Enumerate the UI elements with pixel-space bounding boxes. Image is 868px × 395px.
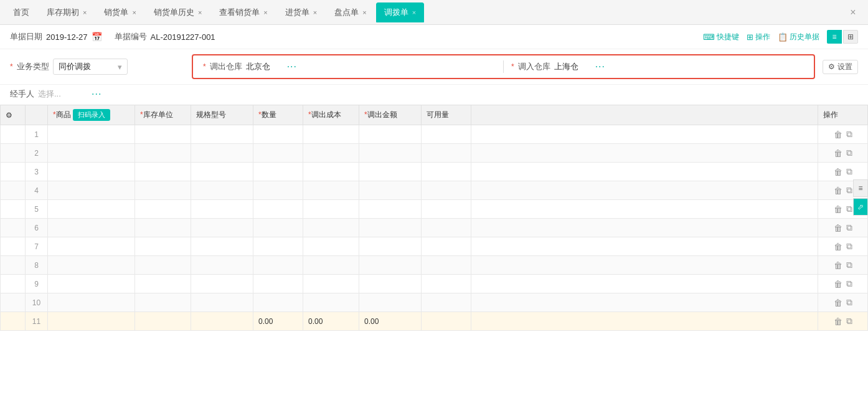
row-spec-4[interactable] xyxy=(191,181,253,200)
row-unit-10[interactable] xyxy=(135,293,191,312)
row-amount-4[interactable] xyxy=(359,181,422,200)
row-spec-10[interactable] xyxy=(191,293,253,312)
row-goods-5[interactable] xyxy=(48,200,135,219)
row-unit-1[interactable] xyxy=(135,125,191,144)
delete-icon-5[interactable]: 🗑 xyxy=(834,204,842,214)
row-unit-4[interactable] xyxy=(135,181,191,200)
copy-icon-2[interactable]: ⧉ xyxy=(846,148,852,158)
shortcut-key-button[interactable]: ⌨ 快捷键 xyxy=(703,32,739,42)
row-spec-1[interactable] xyxy=(191,125,253,144)
row-cost-8[interactable] xyxy=(303,256,359,275)
copy-icon-9[interactable]: ⧉ xyxy=(846,278,852,289)
row-goods-10[interactable] xyxy=(48,293,135,312)
row-gear-5[interactable] xyxy=(1,200,26,219)
history-button[interactable]: 📋 历史单据 xyxy=(778,32,819,42)
row-goods-4[interactable] xyxy=(48,181,135,200)
row-spec-7[interactable] xyxy=(191,237,253,256)
handler-more-icon[interactable]: ··· xyxy=(92,88,101,100)
row-unit-8[interactable] xyxy=(135,256,191,275)
row-spec-9[interactable] xyxy=(191,275,253,293)
row-gear-10[interactable] xyxy=(1,293,26,312)
transfer-in-more-icon[interactable]: ··· xyxy=(595,61,605,72)
delete-icon-4[interactable]: 🗑 xyxy=(834,186,842,196)
row-amount-1[interactable] xyxy=(359,125,422,144)
copy-icon-1[interactable]: ⧉ xyxy=(846,129,852,140)
delete-icon-11[interactable]: 🗑 xyxy=(834,316,842,326)
row-gear-8[interactable] xyxy=(1,256,26,275)
row-unit-3[interactable] xyxy=(135,163,191,181)
calendar-icon[interactable]: 📅 xyxy=(92,32,102,42)
delete-icon-2[interactable]: 🗑 xyxy=(834,148,842,158)
transfer-out-value[interactable]: 北京仓 xyxy=(246,61,283,72)
settings-button[interactable]: ⚙ 设置 xyxy=(823,60,858,74)
copy-icon-7[interactable]: ⧉ xyxy=(846,241,852,252)
delete-icon-3[interactable]: 🗑 xyxy=(834,167,842,177)
row-amount-8[interactable] xyxy=(359,256,422,275)
float-expand-button[interactable]: ⬀ xyxy=(853,198,868,216)
delete-icon-9[interactable]: 🗑 xyxy=(834,279,842,289)
row-goods-3[interactable] xyxy=(48,163,135,181)
tab-inventory-init-close[interactable]: × xyxy=(83,9,87,16)
row-cost-2[interactable] xyxy=(303,144,359,163)
row-cost-6[interactable] xyxy=(303,219,359,237)
tab-view-sales-close[interactable]: × xyxy=(263,9,267,16)
row-gear-3[interactable] xyxy=(1,163,26,181)
row-spec-6[interactable] xyxy=(191,219,253,237)
row-spec-3[interactable] xyxy=(191,163,253,181)
tab-sales-order[interactable]: 销货单 × xyxy=(96,2,144,22)
row-qty-7[interactable] xyxy=(253,237,303,256)
float-list-button[interactable]: ≡ xyxy=(853,179,868,197)
row-gear-9[interactable] xyxy=(1,275,26,293)
row-cost-5[interactable] xyxy=(303,200,359,219)
row-goods-6[interactable] xyxy=(48,219,135,237)
tab-inventory-init[interactable]: 库存期初 × xyxy=(39,2,95,22)
row-unit-2[interactable] xyxy=(135,144,191,163)
row-cost-9[interactable] xyxy=(303,275,359,293)
gear-icon[interactable]: ⚙ xyxy=(6,111,12,120)
delete-icon-6[interactable]: 🗑 xyxy=(834,223,842,233)
copy-icon-8[interactable]: ⧉ xyxy=(846,260,852,270)
scan-entry-button[interactable]: 扫码录入 xyxy=(73,109,110,121)
tab-purchase-order-close[interactable]: × xyxy=(313,9,317,16)
view-grid-icon[interactable]: ⊞ xyxy=(843,30,858,44)
copy-icon-3[interactable]: ⧉ xyxy=(846,166,852,177)
row-amount-9[interactable] xyxy=(359,275,422,293)
delete-icon-7[interactable]: 🗑 xyxy=(834,242,842,252)
row-amount-5[interactable] xyxy=(359,200,422,219)
row-goods-8[interactable] xyxy=(48,256,135,275)
row-gear-2[interactable] xyxy=(1,144,26,163)
row-spec-11[interactable] xyxy=(191,312,253,331)
transfer-in-value[interactable]: 上海仓 xyxy=(554,61,592,72)
row-gear-11[interactable] xyxy=(1,312,26,331)
row-unit-7[interactable] xyxy=(135,237,191,256)
row-cost-4[interactable] xyxy=(303,181,359,200)
tab-sales-history-close[interactable]: × xyxy=(198,9,202,16)
row-qty-6[interactable] xyxy=(253,219,303,237)
delete-icon-10[interactable]: 🗑 xyxy=(834,298,842,308)
row-amount-6[interactable] xyxy=(359,219,422,237)
row-amount-7[interactable] xyxy=(359,237,422,256)
tab-inventory-check-close[interactable]: × xyxy=(362,9,366,16)
row-spec-5[interactable] xyxy=(191,200,253,219)
copy-icon-10[interactable]: ⧉ xyxy=(846,297,852,308)
col-header-gear[interactable]: ⚙ xyxy=(1,105,26,125)
row-gear-7[interactable] xyxy=(1,237,26,256)
row-cost-7[interactable] xyxy=(303,237,359,256)
row-gear-4[interactable] xyxy=(1,181,26,200)
window-close-button[interactable]: × xyxy=(843,2,863,22)
tab-view-sales[interactable]: 查看销货单 × xyxy=(211,2,275,22)
row-amount-2[interactable] xyxy=(359,144,422,163)
row-amount-10[interactable] xyxy=(359,293,422,312)
row-goods-11[interactable] xyxy=(48,312,135,331)
row-goods-7[interactable] xyxy=(48,237,135,256)
row-qty-10[interactable] xyxy=(253,293,303,312)
delete-icon-8[interactable]: 🗑 xyxy=(834,260,842,270)
business-type-select[interactable]: 同价调拨 ▾ xyxy=(53,59,128,75)
tab-sales-history[interactable]: 销货单历史 × xyxy=(146,2,210,22)
row-spec-8[interactable] xyxy=(191,256,253,275)
row-gear-1[interactable] xyxy=(1,125,26,144)
row-goods-9[interactable] xyxy=(48,275,135,293)
row-qty-5[interactable] xyxy=(253,200,303,219)
operation-button[interactable]: ⊞ 操作 xyxy=(747,32,770,42)
row-cost-3[interactable] xyxy=(303,163,359,181)
